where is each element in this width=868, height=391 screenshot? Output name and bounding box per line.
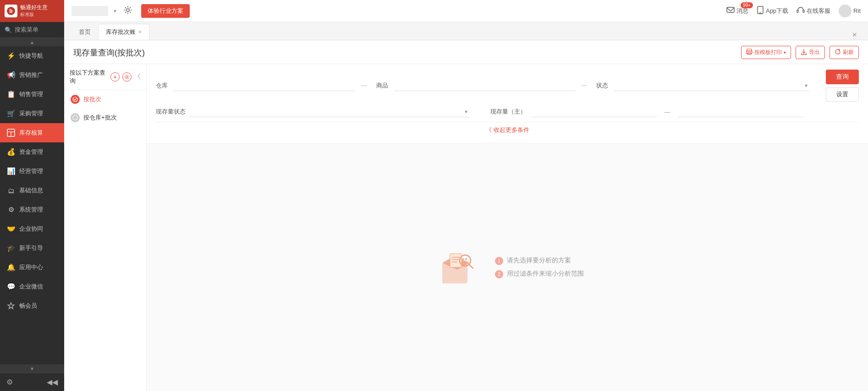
stock-status-select[interactable] bbox=[189, 106, 469, 117]
left-panel: 按以下方案查询 + 《 按批次 bbox=[64, 64, 147, 391]
business-icon: 📊 bbox=[6, 167, 16, 176]
sidebar-item-business[interactable]: 📊 经营管理 bbox=[0, 162, 64, 181]
sidebar-item-basic[interactable]: 🗂 基础信息 bbox=[0, 181, 64, 200]
sidebar-item-purchase[interactable]: 🛒 采购管理 bbox=[0, 104, 64, 123]
left-panel-header: 按以下方案查询 + 《 bbox=[64, 64, 146, 90]
collapse-panel-icon[interactable]: 《 bbox=[134, 73, 141, 81]
product-label: 商品 bbox=[376, 81, 390, 90]
phone-icon bbox=[757, 6, 764, 16]
app-download-btn[interactable]: App下载 bbox=[757, 6, 788, 16]
sidebar-item-label: 系统管理 bbox=[19, 206, 43, 214]
collapse-more-btn[interactable]: 《 收起更多条件 bbox=[156, 122, 859, 138]
finance-icon: 💰 bbox=[6, 147, 16, 157]
tab-inventory-batch[interactable]: 库存批次账 × bbox=[98, 24, 149, 40]
scheme-icon-active bbox=[71, 95, 80, 104]
sidebar-item-sales[interactable]: 📋 销售管理 bbox=[0, 85, 64, 104]
empty-tips: 1 请先选择要分析的方案 2 用过滤条件来缩小分析范围 bbox=[495, 256, 584, 278]
collab-icon: 🤝 bbox=[6, 224, 16, 234]
scheme-settings-btn[interactable] bbox=[122, 72, 132, 81]
warehouse-dots[interactable]: ··· bbox=[359, 81, 368, 90]
app-download-label: App下载 bbox=[766, 7, 788, 15]
template-print-btn[interactable]: 按模板打印 ▾ bbox=[741, 46, 791, 59]
marketing-icon: 📢 bbox=[6, 71, 16, 80]
page-close-icon[interactable]: × bbox=[848, 30, 861, 40]
refresh-btn[interactable]: 刷新 bbox=[830, 46, 859, 59]
online-service-btn[interactable]: 在线客服 bbox=[797, 6, 830, 16]
chevron-up-icon: 《 bbox=[486, 126, 492, 134]
basic-icon: 🗂 bbox=[6, 186, 16, 195]
newbie-icon: 🎓 bbox=[6, 244, 16, 253]
sidebar-item-inventory[interactable]: 库存核算 bbox=[0, 123, 64, 142]
settings-btn[interactable]: 设置 bbox=[826, 87, 859, 102]
filter-row-2: 现存量状态 ▾ 现存量（主） — bbox=[156, 106, 804, 117]
sidebar-item-wechat[interactable]: 💬 企业微信 bbox=[0, 277, 64, 296]
breadcrumb-input[interactable] bbox=[71, 6, 108, 16]
warehouse-filter-group: 仓库 ··· bbox=[156, 80, 369, 91]
svg-rect-10 bbox=[797, 10, 798, 12]
settings-icon[interactable]: ⚙ bbox=[6, 378, 13, 386]
empty-illustration bbox=[431, 242, 481, 293]
sidebar-item-appstore[interactable]: 🔔 应用中心 bbox=[0, 258, 64, 277]
query-btn[interactable]: 查询 bbox=[826, 70, 859, 84]
sidebar-item-finance[interactable]: 💰 资金管理 bbox=[0, 142, 64, 162]
product-dots[interactable]: ··· bbox=[579, 81, 589, 90]
scheme-item-by-warehouse-batch[interactable]: 按仓库+批次 bbox=[64, 109, 146, 127]
export-btn[interactable]: 导出 bbox=[796, 46, 825, 59]
sidebar-item-members[interactable]: 畅会员 bbox=[0, 296, 64, 315]
status-select[interactable] bbox=[614, 80, 809, 91]
sidebar-item-label: 销售管理 bbox=[19, 90, 43, 98]
stock-qty-from-input[interactable] bbox=[531, 106, 657, 117]
svg-point-6 bbox=[126, 9, 129, 11]
sidebar-item-label: 新手引导 bbox=[19, 244, 43, 252]
stock-status-filter-group: 现存量状态 ▾ bbox=[156, 106, 469, 117]
sidebar-search[interactable]: 🔍 搜索菜单 bbox=[0, 22, 64, 38]
stock-qty-dash: — bbox=[661, 109, 674, 115]
product-input[interactable] bbox=[394, 80, 576, 91]
tab-home-label: 首页 bbox=[79, 28, 91, 36]
stock-qty-label: 现存量（主） bbox=[490, 108, 527, 116]
sales-icon: 📋 bbox=[6, 90, 16, 99]
avatar bbox=[839, 5, 852, 17]
sidebar-item-label: 经营管理 bbox=[19, 167, 43, 175]
warehouse-input[interactable] bbox=[173, 80, 355, 91]
sidebar-item-newbie[interactable]: 🎓 新手引导 bbox=[0, 239, 64, 258]
scheme-item-by-batch[interactable]: 按批次 bbox=[64, 90, 146, 109]
empty-tip-2: 2 用过滤条件来缩小分析范围 bbox=[495, 270, 584, 278]
sidebar-item-collab[interactable]: 🤝 企业协同 bbox=[0, 219, 64, 239]
stock-qty-to-input[interactable] bbox=[678, 106, 804, 117]
add-scheme-btn[interactable]: + bbox=[110, 72, 120, 81]
search-icon: 🔍 bbox=[5, 27, 12, 33]
quicknav-icon: ⚡ bbox=[6, 51, 16, 60]
username-label: Rit bbox=[853, 7, 861, 14]
sidebar-item-system[interactable]: ⚙ 系统管理 bbox=[0, 200, 64, 219]
tip-number-1: 1 bbox=[495, 257, 503, 265]
dropdown-arrow-icon[interactable]: ▾ bbox=[784, 50, 786, 55]
experience-industry-btn[interactable]: 体验行业方案 bbox=[141, 4, 190, 18]
sidebar-scroll-down[interactable]: ▼ bbox=[0, 364, 64, 373]
app-version: 标准版 bbox=[20, 11, 48, 18]
svg-text:b: b bbox=[9, 8, 12, 14]
tip-number-2: 2 bbox=[495, 270, 503, 278]
refresh-label: 刷新 bbox=[843, 49, 854, 56]
tip-text-1: 请先选择要分析的方案 bbox=[507, 256, 571, 265]
status-filter-group: 状态 ▾ bbox=[596, 80, 809, 91]
sidebar-footer: ⚙ ◀◀ bbox=[0, 373, 64, 391]
tab-close-icon[interactable]: × bbox=[138, 29, 142, 35]
tab-home[interactable]: 首页 bbox=[71, 24, 98, 40]
sidebar-scroll-up[interactable]: ▲ bbox=[0, 38, 64, 46]
svg-point-18 bbox=[73, 115, 77, 120]
app-logo: b bbox=[5, 5, 17, 17]
svg-marker-5 bbox=[8, 303, 14, 309]
sidebar-item-quicknav[interactable]: ⚡ 快捷导航 bbox=[0, 46, 64, 65]
refresh-icon bbox=[835, 49, 841, 56]
sidebar-item-label: 企业微信 bbox=[19, 282, 43, 291]
scheme-label-by-batch: 按批次 bbox=[83, 95, 101, 103]
chevron-down-icon[interactable]: ▾ bbox=[114, 8, 116, 14]
topbar-right: 消息 99+ App下载 在线客服 Rit bbox=[726, 5, 861, 17]
sidebar-item-label: 企业协同 bbox=[19, 225, 43, 233]
messages-btn[interactable]: 消息 99+ bbox=[726, 6, 748, 16]
gear-icon[interactable] bbox=[124, 6, 132, 16]
sidebar-item-marketing[interactable]: 📢 营销推广 bbox=[0, 65, 64, 85]
user-profile-btn[interactable]: Rit bbox=[839, 5, 861, 17]
collapse-sidebar-icon[interactable]: ◀◀ bbox=[47, 378, 58, 386]
